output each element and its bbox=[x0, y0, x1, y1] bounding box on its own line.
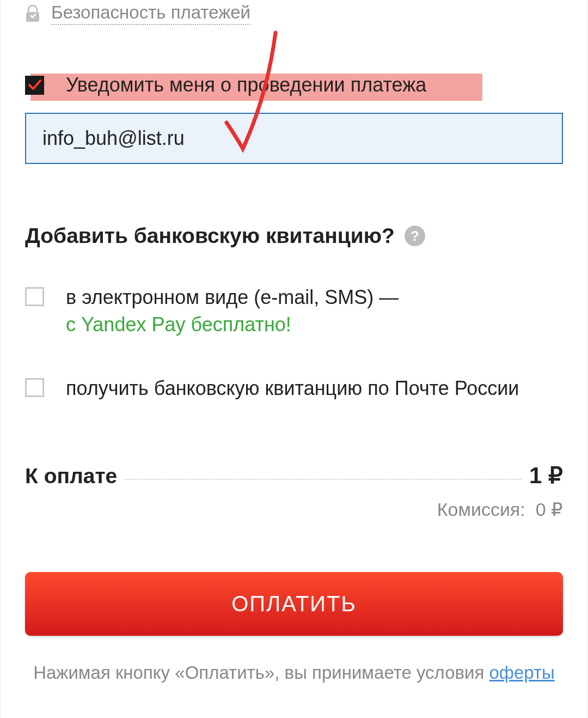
notify-block: Уведомить меня о проведении платежа bbox=[25, 74, 563, 164]
notify-label: Уведомить меня о проведении платежа bbox=[66, 74, 426, 96]
offer-link[interactable]: оферты bbox=[489, 662, 555, 683]
total-row: К оплате 1 ₽ bbox=[25, 462, 563, 489]
security-link[interactable]: Безопасность платежей bbox=[51, 2, 250, 25]
receipt-option-postal: получить банковскую квитанцию по Почте Р… bbox=[25, 375, 563, 402]
email-input[interactable] bbox=[25, 113, 563, 164]
disclaimer: Нажимая кнопку «Оплатить», вы принимаете… bbox=[25, 660, 563, 686]
receipt-electronic-line2: с Yandex Pay бесплатно! bbox=[66, 313, 291, 336]
total-label: К оплате bbox=[25, 464, 117, 488]
receipt-heading-row: Добавить банковскую квитанцию? ? bbox=[25, 224, 563, 248]
receipt-electronic-label: в электронном виде (e-mail, SMS) — с Yan… bbox=[66, 284, 399, 339]
commission-label: Комиссия: bbox=[437, 499, 525, 520]
help-icon[interactable]: ? bbox=[405, 226, 425, 246]
receipt-electronic-checkbox[interactable] bbox=[25, 287, 44, 306]
notify-checkbox[interactable] bbox=[25, 76, 44, 95]
receipt-electronic-line1: в электронном виде (e-mail, SMS) — bbox=[66, 286, 399, 308]
lock-icon bbox=[25, 5, 40, 22]
total-filler bbox=[125, 479, 522, 480]
commission-value: 0 ₽ bbox=[536, 499, 563, 520]
receipt-heading: Добавить банковскую квитанцию? bbox=[25, 224, 395, 248]
pay-button[interactable]: ОПЛАТИТЬ bbox=[25, 572, 563, 636]
commission-row: Комиссия: 0 ₽ bbox=[25, 498, 563, 520]
disclaimer-text: Нажимая кнопку «Оплатить», вы принимаете… bbox=[33, 662, 489, 683]
receipt-postal-label: получить банковскую квитанцию по Почте Р… bbox=[66, 375, 519, 402]
total-amount: 1 ₽ bbox=[529, 462, 563, 489]
receipt-option-electronic: в электронном виде (e-mail, SMS) — с Yan… bbox=[25, 284, 563, 339]
security-row: Безопасность платежей bbox=[25, 0, 563, 27]
receipt-postal-checkbox[interactable] bbox=[25, 378, 44, 397]
